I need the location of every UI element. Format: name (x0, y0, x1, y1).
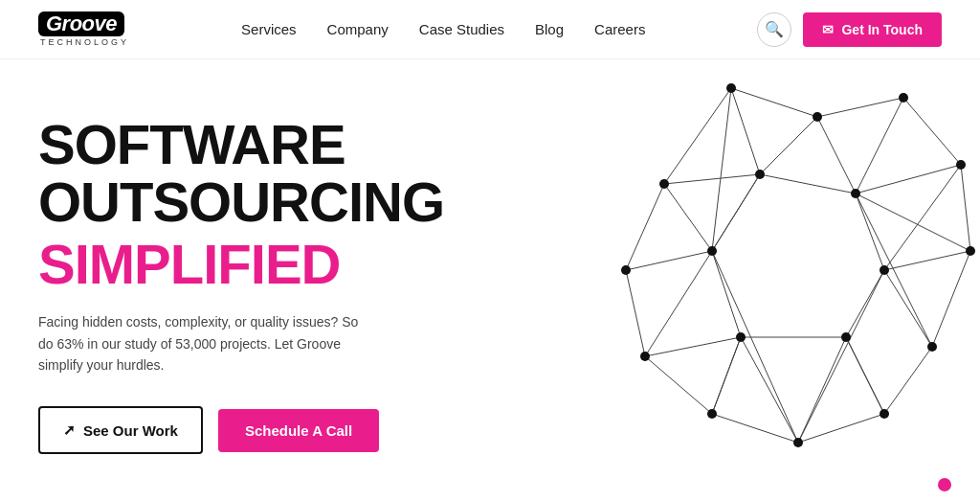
svg-line-37 (846, 337, 884, 414)
svg-line-17 (884, 270, 932, 347)
svg-line-9 (626, 270, 645, 356)
nav-careers[interactable]: Careers (594, 21, 645, 37)
hero-subtext: Facing hidden costs, complexity, or qual… (38, 311, 364, 376)
svg-line-6 (798, 414, 884, 443)
svg-line-40 (817, 117, 856, 194)
svg-point-46 (956, 160, 966, 170)
cta-buttons: ➚ See Our Work Schedule A Call (38, 406, 498, 454)
logo-name: Groove (38, 11, 124, 36)
svg-line-14 (856, 98, 903, 194)
svg-line-38 (712, 337, 741, 414)
nav-blog[interactable]: Blog (535, 21, 564, 37)
svg-point-55 (755, 170, 765, 179)
main-content: SOFTWARE OUTSOURCING SIMPLIFIED Facing h… (0, 59, 980, 501)
svg-line-10 (626, 184, 664, 270)
svg-line-4 (932, 251, 970, 347)
svg-point-51 (707, 409, 717, 419)
schedule-call-label: Schedule A Call (245, 422, 352, 439)
hero-line1: SOFTWARE (38, 113, 345, 175)
svg-point-56 (851, 189, 860, 198)
hero-text: SOFTWARE OUTSOURCING SIMPLIFIED Facing h… (38, 106, 498, 455)
svg-line-21 (645, 337, 741, 356)
svg-point-57 (880, 265, 889, 275)
svg-point-49 (880, 409, 889, 419)
svg-line-12 (731, 88, 760, 174)
search-button[interactable]: 🔍 (757, 12, 791, 47)
svg-line-3 (961, 165, 970, 251)
svg-line-36 (664, 174, 760, 184)
svg-line-28 (712, 251, 741, 337)
svg-line-31 (856, 194, 970, 251)
schedule-call-button[interactable]: Schedule A Call (218, 409, 379, 452)
svg-point-58 (841, 332, 851, 342)
email-icon: ✉ (822, 22, 834, 37)
svg-line-16 (884, 251, 970, 270)
svg-point-53 (621, 265, 631, 275)
svg-line-42 (712, 251, 798, 443)
svg-line-2 (903, 98, 961, 165)
header: Groove TECHNOLOGY Services Company Case … (0, 0, 980, 59)
external-link-icon: ➚ (63, 421, 76, 439)
network-graphic (521, 59, 980, 501)
svg-point-47 (966, 246, 975, 256)
svg-line-22 (626, 251, 712, 270)
svg-line-15 (856, 165, 961, 194)
svg-line-32 (856, 194, 932, 347)
svg-point-54 (659, 179, 669, 189)
svg-line-26 (846, 270, 884, 337)
svg-point-59 (736, 332, 746, 342)
svg-line-23 (664, 184, 712, 251)
hero-headline: SOFTWARE OUTSOURCING (38, 116, 498, 233)
svg-line-24 (760, 174, 856, 194)
hero-accent: SIMPLIFIED (38, 232, 498, 296)
svg-line-19 (798, 337, 846, 443)
logo-sub: TECHNOLOGY (38, 38, 129, 47)
main-nav: Services Company Case Studies Blog Caree… (241, 21, 645, 37)
logo: Groove TECHNOLOGY (38, 11, 129, 47)
hero-line2: OUTSOURCING (38, 171, 444, 233)
network-svg (521, 59, 980, 501)
nav-company[interactable]: Company (327, 21, 389, 37)
svg-line-25 (856, 194, 884, 270)
nav-case-studies[interactable]: Case Studies (419, 21, 504, 37)
get-in-touch-label: Get In Touch (841, 22, 923, 37)
svg-line-5 (884, 347, 932, 414)
see-our-work-label: See Our Work (83, 422, 178, 439)
svg-line-8 (645, 356, 712, 414)
svg-point-60 (707, 246, 717, 256)
get-in-touch-button[interactable]: ✉ Get In Touch (803, 12, 942, 47)
svg-line-41 (712, 88, 731, 251)
see-our-work-button[interactable]: ➚ See Our Work (38, 406, 203, 454)
svg-point-43 (726, 83, 736, 93)
pink-dot-decoration (938, 478, 951, 491)
svg-point-52 (640, 352, 650, 361)
svg-line-0 (731, 88, 817, 117)
svg-point-48 (927, 342, 937, 352)
svg-point-50 (793, 438, 803, 447)
search-icon: 🔍 (765, 20, 784, 38)
nav-services[interactable]: Services (241, 21, 297, 37)
header-right: 🔍 ✉ Get In Touch (757, 12, 942, 47)
svg-line-33 (798, 270, 884, 443)
svg-point-45 (899, 93, 908, 102)
svg-line-13 (760, 117, 817, 174)
svg-line-35 (645, 251, 712, 356)
svg-line-39 (884, 165, 961, 270)
svg-point-44 (813, 112, 822, 122)
svg-line-1 (817, 98, 903, 117)
